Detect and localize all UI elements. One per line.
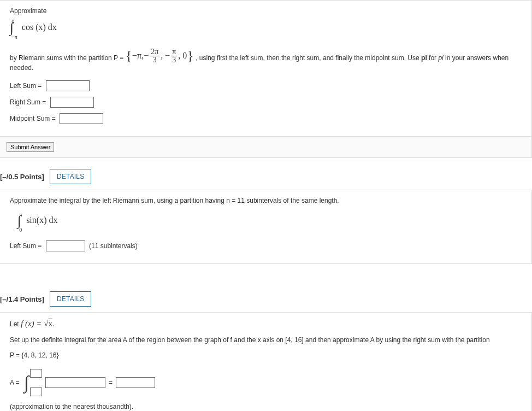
q3-lower-limit-input[interactable]	[30, 387, 42, 396]
q3-fx: f (x) =	[21, 319, 44, 328]
q1-header: Approximate	[10, 7, 522, 15]
midpoint-sum-input[interactable]	[60, 113, 103, 124]
q2-left-label: Left Sum =	[10, 242, 42, 250]
q2-left-sum-input[interactable]	[46, 240, 85, 251]
question-3: Let f (x) = √x. Set up the definite inte…	[0, 312, 532, 411]
q3-integral-setup-row: A = ∫ =	[10, 369, 522, 396]
question-1: Approximate ∫0−π cos (x) dx by Riemann s…	[0, 0, 532, 158]
q1-partition-prefix: by Riemann sums with the partition P =	[10, 54, 126, 62]
q1-partition-line: by Riemann sums with the partition P = {…	[10, 48, 522, 72]
p-item-neg1: −	[144, 51, 149, 61]
submit-button[interactable]: Submit Answer	[7, 142, 54, 152]
submit-bar: Submit Answer	[0, 136, 531, 157]
q3-details-button[interactable]: DETAILS	[50, 291, 92, 307]
q3-period: .	[52, 320, 54, 328]
midpoint-sum-row: Midpoint Sum =	[10, 113, 522, 124]
question-2: Approximate the integral by the left Rie…	[0, 190, 532, 264]
p-item-last: , 0	[178, 51, 187, 61]
q1-upper-limit: 0	[11, 19, 17, 25]
q2-integrand: sin(x) dx	[26, 215, 57, 225]
q1-suffix: , using first the left sum, then the rig…	[196, 54, 421, 62]
q3-points: [–/1.4 Points]	[0, 295, 44, 303]
q3-setup-text: Set up the definite integral for the are…	[10, 336, 522, 344]
q2-header-bar: [–/0.5 Points] DETAILS	[0, 162, 532, 190]
q2-points: [–/0.5 Points]	[0, 173, 44, 181]
q2-details-button[interactable]: DETAILS	[50, 169, 92, 184]
p-item-0: −π,	[132, 51, 144, 61]
a-equals-label: A =	[10, 379, 20, 386]
q1-lower-limit: −π	[11, 34, 17, 40]
q1-integral: ∫0−π cos (x) dx	[10, 19, 522, 40]
pi-italic: pi	[438, 54, 443, 62]
q3-integral-expression: ∫	[23, 369, 42, 396]
sqrt-x: x	[48, 319, 52, 328]
left-sum-label: Left Sum =	[10, 82, 42, 90]
q2-prompt: Approximate the integral by the left Rie…	[10, 197, 522, 204]
p-den2: 3	[171, 56, 177, 64]
p-sep: , −	[161, 51, 170, 61]
q3-upper-limit-input[interactable]	[30, 369, 42, 378]
right-sum-label: Right Sum =	[10, 98, 46, 106]
q3-let: Let	[10, 320, 21, 328]
q3-equals: =	[109, 379, 113, 386]
q3-let-line: Let f (x) = √x.	[10, 319, 522, 328]
sqrt-symbol: √x	[44, 319, 52, 328]
right-sum-input[interactable]	[50, 97, 94, 108]
q3-result-input[interactable]	[116, 377, 155, 388]
q2-lower: 0	[19, 227, 22, 233]
q2-upper: π	[19, 212, 22, 218]
q2-subintervals-note: (11 subintervals)	[89, 242, 138, 250]
left-sum-row: Left Sum =	[10, 80, 522, 91]
right-sum-row: Right Sum =	[10, 97, 522, 108]
q3-integrand-input[interactable]	[45, 377, 105, 388]
partition-set: { −π, − 2π3 , − π3 , 0 }	[126, 48, 194, 64]
p-den1: 3	[152, 56, 158, 64]
q2-left-sum-row: Left Sum = (11 subintervals)	[10, 240, 522, 251]
midpoint-sum-label: Midpoint Sum =	[10, 115, 56, 122]
left-sum-input[interactable]	[46, 80, 90, 91]
p-num1: 2π	[150, 48, 159, 56]
q2-integral: ∫π0 sin(x) dx	[17, 212, 522, 233]
for-txt: for	[429, 54, 438, 62]
p-num2: π	[171, 48, 177, 56]
q3-header-bar: [–/1.4 Points] DETAILS	[0, 285, 532, 312]
q3-partition: P = {4, 8, 12, 16}	[10, 351, 522, 359]
q1-integrand: cos (x) dx	[22, 22, 57, 32]
q3-approx-note: (approximation to the nearest thousandth…	[10, 403, 522, 410]
pi-bold: pi	[421, 54, 427, 62]
